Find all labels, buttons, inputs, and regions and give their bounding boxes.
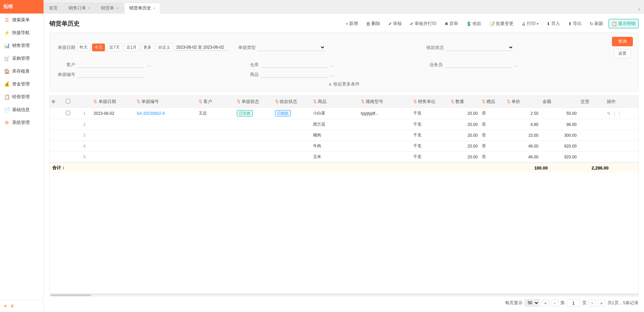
goods-dots-icon[interactable]: ... [330,72,335,78]
tab-home[interactable]: 首页 [44,3,63,13]
th-spec[interactable]: ⇅ 规格型号 [359,96,412,108]
row-doc-num[interactable] [135,152,197,162]
pay-status-select[interactable] [446,44,513,51]
next-page-button[interactable]: › [589,300,595,307]
customer-input[interactable] [77,61,145,68]
row-doc-num[interactable]: SA-20230602-6 [135,108,197,119]
warehouse-input[interactable] [261,61,328,68]
delete-button[interactable]: 🗑 删除 [363,19,383,28]
th-gear[interactable]: ⚙ [50,96,64,108]
th-unit-label: 销售单位 [418,99,436,104]
check-all[interactable] [66,99,70,103]
th-txn[interactable]: 交货 [579,96,605,108]
doc-num-input[interactable] [77,71,145,78]
salesperson-dots-icon[interactable]: ... [514,62,519,68]
row-doc-num[interactable] [135,141,197,152]
doc-type-select[interactable] [258,44,325,51]
settings-button[interactable]: 设置 [614,49,631,58]
sidebar-bottom-icon1[interactable]: ☀ [3,304,7,309]
th-goods-sort: ⇅ [313,99,317,104]
abandon-button[interactable]: ✖ 弃审 [442,19,461,28]
th-date[interactable]: ⇅ 单据日期 [91,96,134,108]
th-num-label: 单据编号 [141,99,159,104]
show-detail-button[interactable]: 📋 显示明细 [609,19,639,28]
sidebar-item-search-menu[interactable]: ☰ 搜索菜单 [0,14,44,26]
abandon-label: 弃审 [449,21,458,27]
date-btn-7days[interactable]: 近7天 [107,44,122,51]
th-check[interactable] [64,96,77,108]
collapse-button[interactable]: ∧ 收起更多条件 [329,81,360,87]
date-btn-more[interactable]: 更多 [141,44,154,51]
date-btn-1month[interactable]: 近1月 [124,44,139,51]
first-page-button[interactable]: « [541,300,549,307]
prev-page-button[interactable]: ‹ [552,300,558,307]
th-price[interactable]: ⇅ 单价 [505,96,540,108]
date-btn-yesterday[interactable]: 昨天 [77,44,90,51]
tab-sales-goods-close[interactable]: × [116,6,118,10]
sidebar-item-finance-mgmt[interactable]: 💰 资金管理 [0,78,44,90]
sidebar-item-sales-mgmt[interactable]: 📊 销售管理 [0,39,44,52]
audit-button[interactable]: ✔ 审核 [386,19,404,28]
query-button[interactable]: 查询 [612,37,633,46]
tab-sales-order-close[interactable]: × [88,6,90,10]
warehouse-dots-icon[interactable]: ... [330,62,335,68]
page-number-input[interactable] [567,300,580,307]
batch-change-icon: 📝 [489,21,495,26]
sidebar-item-inventory-calc[interactable]: 🏠 库存核算 [0,65,44,78]
row-pay-status: 已收款 [273,108,311,119]
th-spec-label: 规格型号 [366,99,383,104]
th-qty[interactable]: ⇅ 数量 [449,96,480,108]
th-goods[interactable]: ⇅ 商品 [311,96,359,108]
th-gift[interactable]: ⇅ 赠品 [480,96,505,108]
sidebar-item-biz-mgmt[interactable]: 📋 经营管理 [0,90,44,103]
export-label: 导出 [573,21,582,27]
th-amount[interactable]: 金额 [540,96,579,108]
sidebar-item-purchase-mgmt[interactable]: 🛒 采购管理 [0,52,44,65]
th-pay-status[interactable]: ⇅ 收款状态 [273,96,311,108]
sidebar-item-quick-nav[interactable]: ⚡ 快捷导航 [0,26,44,39]
scrollbar-thumb[interactable] [51,294,91,296]
last-page-button[interactable]: » [597,300,605,307]
filter-row-3: 单据编号 商品 ... [55,71,633,78]
edit-icon[interactable]: ✎ [607,111,611,116]
row-doc-num[interactable] [135,130,197,141]
date-range-input[interactable] [175,44,229,51]
add-button[interactable]: + 新增 [343,19,361,28]
export-button[interactable]: ⬆ 导出 [565,19,584,28]
tab-sales-history[interactable]: 销货单历史 × [124,3,160,14]
th-unit[interactable]: ⇅ 销售单位 [411,96,449,108]
goods-input[interactable] [261,71,328,78]
quick-nav-icon: ⚡ [4,30,9,35]
import-button[interactable]: ⬇ 导入 [544,19,563,28]
th-num[interactable]: ⇅ 单据编号 [135,96,197,108]
date-btn-custom[interactable]: 自定义 [156,44,173,51]
refresh-button[interactable]: ↻ 刷新 [587,19,606,28]
tab-sales-history-close[interactable]: × [153,6,155,10]
row-checkbox[interactable] [66,111,70,115]
tab-sales-goods[interactable]: 销货单 × [96,3,123,13]
row-doc-num[interactable] [135,119,197,130]
receive-button[interactable]: 💲 收款 [464,19,484,28]
date-btn-today[interactable]: 今天 [92,44,105,51]
print-button[interactable]: 🖨 打印 ▾ [519,19,541,28]
tab-close-all[interactable]: × [635,5,644,13]
th-pay-status-sort: ⇅ [275,99,279,104]
table-scrollbar[interactable] [49,294,639,296]
sidebar-bottom-icon2[interactable]: ⏸ [10,304,15,309]
sidebar-item-basic-info[interactable]: 📄 基础信息 [0,103,44,116]
th-doc-status[interactable]: ⇅ 单据状态 [235,96,273,108]
more-actions-icon[interactable]: ⋮⋮ [612,111,622,116]
th-qty-sort: ⇅ [451,99,454,104]
audit-print-label: 审核并打印 [415,21,437,27]
sidebar-bottom: ☀ ⏸ [0,300,44,312]
per-page-select[interactable]: 50 [525,299,539,307]
batch-change-button[interactable]: 📝 批量变更 [487,19,516,28]
salesperson-input[interactable] [445,61,512,68]
audit-print-button[interactable]: ✔ 审核并打印 [407,19,439,28]
tab-sales-order[interactable]: 销售订单 × [63,3,95,13]
customer-dots-icon[interactable]: ... [147,62,151,68]
th-unit-sort: ⇅ [413,99,417,104]
sidebar-item-sys-mgmt[interactable]: ⚙ 系统管理 [0,116,44,129]
tab-home-label: 首页 [49,5,58,11]
th-customer[interactable]: ⇅ 客户 [197,96,235,108]
